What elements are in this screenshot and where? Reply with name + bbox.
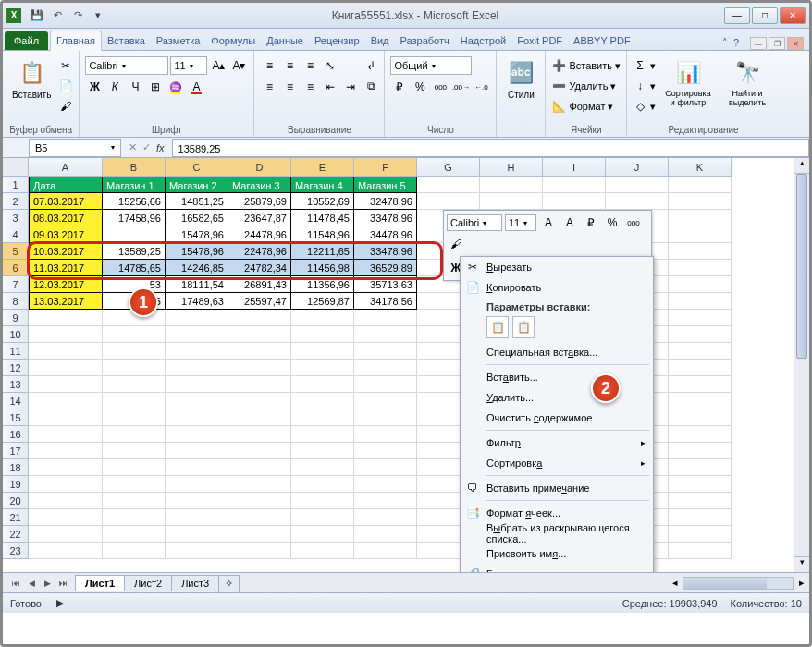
qat-redo-icon[interactable]: ↷	[69, 7, 86, 24]
empty-cell[interactable]	[291, 409, 354, 426]
merge-button[interactable]: ⧉	[363, 77, 378, 95]
align-right-button[interactable]: ≡	[301, 78, 319, 96]
row-header-20[interactable]: 20	[3, 493, 29, 509]
empty-cell[interactable]	[103, 409, 166, 426]
sheet-nav-first[interactable]: ⏮	[8, 576, 23, 591]
data-cell[interactable]: 26891,43	[228, 276, 291, 293]
autosum-button[interactable]: Σ▾	[633, 56, 656, 75]
tab-abbyy[interactable]: ABBYY PDF	[568, 31, 636, 50]
empty-cell[interactable]	[166, 509, 228, 526]
empty-cell[interactable]	[354, 376, 417, 393]
data-cell[interactable]: 15478,96	[166, 226, 228, 243]
empty-cell[interactable]	[669, 459, 732, 476]
col-header-G[interactable]: G	[417, 158, 480, 177]
row-header-10[interactable]: 10	[3, 326, 29, 343]
maximize-button[interactable]: □	[752, 7, 778, 24]
align-left-button[interactable]: ≡	[260, 78, 278, 96]
row-header-12[interactable]: 12	[3, 360, 29, 376]
col-header-B[interactable]: B	[103, 158, 166, 177]
ribbon-minimize-icon[interactable]: ˄	[722, 37, 728, 50]
row-header-21[interactable]: 21	[3, 509, 29, 526]
data-cell[interactable]: 34178,56	[354, 293, 417, 310]
col-header-C[interactable]: C	[166, 158, 228, 177]
row-header-22[interactable]: 22	[3, 526, 29, 543]
empty-cell[interactable]	[291, 393, 354, 409]
tab-data[interactable]: Данные	[261, 31, 309, 50]
empty-cell[interactable]	[103, 393, 166, 409]
empty-cell[interactable]	[29, 343, 103, 360]
empty-cell[interactable]	[669, 226, 732, 243]
empty-cell[interactable]	[354, 459, 417, 476]
empty-cell[interactable]	[103, 343, 166, 360]
cut-button[interactable]: ✂	[58, 56, 73, 75]
mdi-close[interactable]: ✕	[787, 37, 804, 50]
empty-cell[interactable]	[103, 459, 166, 476]
cancel-edit-icon[interactable]: ✕	[129, 141, 137, 153]
empty-cell[interactable]	[669, 210, 732, 226]
vertical-scrollbar[interactable]: ▴ ▾	[794, 158, 809, 572]
minimize-button[interactable]: —	[724, 7, 750, 24]
data-cell[interactable]: 34478,96	[354, 226, 417, 243]
ctx-comment[interactable]: 🗨Вставить примечание	[461, 478, 653, 498]
mt-grow-font[interactable]: A	[539, 214, 558, 232]
align-center-button[interactable]: ≡	[280, 78, 299, 96]
empty-cell[interactable]	[669, 493, 732, 509]
empty-cell[interactable]	[166, 426, 228, 443]
empty-cell[interactable]	[291, 459, 354, 476]
empty-cell[interactable]	[166, 409, 228, 426]
empty-cell[interactable]	[103, 326, 166, 343]
empty-cell[interactable]	[103, 426, 166, 443]
data-cell[interactable]: 36529,89	[354, 260, 417, 276]
empty-cell[interactable]	[29, 443, 103, 459]
empty-cell[interactable]	[669, 260, 732, 276]
data-cell[interactable]: 17489,63	[166, 293, 228, 310]
header-cell[interactable]: Магазин 2	[166, 177, 228, 193]
empty-cell[interactable]	[166, 310, 228, 326]
date-cell[interactable]: 07.03.2017	[29, 193, 103, 210]
ctx-sort[interactable]: Сортировка▸	[461, 453, 653, 473]
row-header-1[interactable]: 1	[3, 177, 29, 193]
align-top-button[interactable]: ≡	[260, 56, 278, 75]
empty-cell[interactable]	[669, 509, 732, 526]
empty-cell[interactable]	[354, 543, 417, 559]
data-cell[interactable]: 24782,34	[228, 260, 291, 276]
tab-layout[interactable]: Разметка	[151, 31, 206, 50]
empty-cell[interactable]	[228, 393, 291, 409]
empty-cell[interactable]	[669, 310, 732, 326]
empty-cell[interactable]	[29, 509, 103, 526]
confirm-edit-icon[interactable]: ✓	[142, 141, 151, 153]
row-header-17[interactable]: 17	[3, 443, 29, 459]
italic-button[interactable]: К	[105, 78, 124, 96]
col-header-K[interactable]: K	[669, 158, 732, 177]
cells-insert-button[interactable]: ➕Вставить ▾	[551, 56, 621, 75]
header-cell[interactable]: Магазин 4	[291, 177, 354, 193]
row-header-11[interactable]: 11	[3, 343, 29, 360]
empty-cell[interactable]	[354, 360, 417, 376]
data-cell[interactable]: 25597,47	[228, 293, 291, 310]
sheet-tab-1[interactable]: Лист1	[75, 575, 125, 591]
empty-cell[interactable]	[354, 409, 417, 426]
empty-cell[interactable]	[480, 177, 543, 193]
font-name-combo[interactable]: Calibri▾	[85, 56, 168, 75]
paste-button[interactable]: 📋 Вставить	[8, 56, 55, 102]
scroll-down-icon[interactable]: ▾	[794, 556, 809, 572]
empty-cell[interactable]	[228, 493, 291, 509]
empty-cell[interactable]	[669, 243, 732, 260]
empty-cell[interactable]	[669, 293, 732, 310]
header-cell[interactable]: Дата	[29, 177, 103, 193]
empty-cell[interactable]	[228, 543, 291, 559]
empty-cell[interactable]	[354, 343, 417, 360]
data-cell[interactable]: 12569,87	[291, 293, 354, 310]
ctx-pick-list[interactable]: Выбрать из раскрывающегося списка...	[461, 523, 653, 543]
file-tab[interactable]: Файл	[5, 31, 48, 50]
number-format-combo[interactable]: Общий▾	[390, 56, 472, 75]
header-cell[interactable]: Магазин 3	[228, 177, 291, 193]
data-cell[interactable]: 24478,96	[228, 226, 291, 243]
data-cell[interactable]: 11478,45	[291, 210, 354, 226]
empty-cell[interactable]	[669, 177, 732, 193]
empty-cell[interactable]	[669, 543, 732, 559]
close-button[interactable]: ✕	[780, 7, 806, 24]
empty-cell[interactable]	[669, 426, 732, 443]
tab-foxit[interactable]: Foxit PDF	[511, 31, 568, 50]
empty-cell[interactable]	[417, 193, 480, 210]
